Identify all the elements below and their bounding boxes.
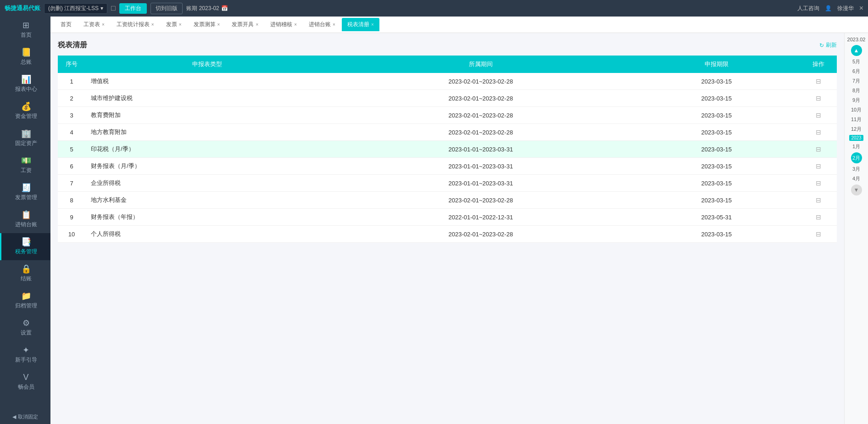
sidebar-item-ledger[interactable]: 📒总账 (0, 44, 50, 71)
timeline-header: 2023.02 (846, 35, 867, 44)
tab-invoice_open[interactable]: 发票开具× (226, 18, 264, 31)
action-icon-0[interactable]: ⊟ (816, 78, 821, 85)
tab-close-invoice_calc[interactable]: × (217, 22, 220, 27)
tab-tax_list[interactable]: 税表清册× (342, 18, 379, 31)
sidebar-label: 新手引导 (15, 356, 37, 364)
timeline-month[interactable]: 11月 (851, 115, 862, 124)
sidebar-label: 总账 (21, 58, 32, 66)
timeline-month[interactable]: 7月 (851, 76, 862, 86)
main-layout: ⊞首页📒总账📊报表中心💰资金管理🏢固定资产💵工资🧾发票管理📋进销台账📑税务管理🔒… (0, 17, 868, 424)
sidebar: ⊞首页📒总账📊报表中心💰资金管理🏢固定资产💵工资🧾发票管理📋进销台账📑税务管理🔒… (0, 17, 50, 424)
action-icon-1[interactable]: ⊟ (816, 95, 821, 102)
tab-close-purchase_check[interactable]: × (294, 22, 297, 27)
table-row: 6 财务报表（月/季） 2023-01-01~2023-03-31 2023-0… (58, 158, 837, 175)
tab-close-invoice_open[interactable]: × (256, 22, 258, 27)
tab-close-tax_list[interactable]: × (371, 22, 374, 27)
timeline-month[interactable]: 5月 (851, 57, 862, 67)
tab-home[interactable]: 首页 (55, 18, 77, 31)
sidebar-item-vip[interactable]: V畅会员 (0, 368, 50, 396)
tab-close-invoice[interactable]: × (179, 22, 182, 27)
cancel-pin-button[interactable]: ◀ 取消固定 (0, 410, 50, 424)
table-row: 10 个人所得税 2023-02-01~2023-02-28 2023-03-1… (58, 226, 837, 243)
table-row: 3 教育费附加 2023-02-01~2023-02-28 2023-03-15… (58, 107, 837, 124)
timeline-month[interactable]: 3月 (851, 164, 862, 174)
switch-version-button[interactable]: 切到旧版 (150, 3, 183, 14)
tab-salary_table[interactable]: 工资表× (78, 18, 110, 31)
table-row: 7 企业所得税 2023-01-01~2023-03-31 2023-03-15… (58, 175, 837, 192)
timeline-month[interactable]: 9月 (851, 95, 862, 105)
sidebar-item-fund[interactable]: 💰资金管理 (0, 98, 50, 125)
sidebar-item-home[interactable]: ⊞首页 (0, 17, 50, 44)
tab-close-salary_report[interactable]: × (151, 22, 154, 27)
workspace-button[interactable]: 工作台 (119, 3, 147, 14)
sidebar-label: 发票管理 (15, 194, 37, 201)
sidebar-item-report[interactable]: 📊报表中心 (0, 71, 50, 98)
action-icon-3[interactable]: ⊟ (816, 128, 821, 136)
tab-salary_report[interactable]: 工资统计报表× (111, 18, 160, 31)
table-row: 8 地方水利基金 2023-02-01~2023-02-28 2023-03-1… (58, 192, 837, 209)
tab-close-salary_table[interactable]: × (102, 22, 105, 27)
sidebar-item-assets[interactable]: 🏢固定资产 (0, 125, 50, 152)
page-main: 税表清册 ↻ 刷新 序号申报表类型所属期间申报期限操作 1 增值税 2023-0… (50, 33, 844, 424)
top-bar-right: 人工咨询 👤 徐漫华 × (797, 4, 863, 12)
sidebar-label: 进销台账 (15, 221, 37, 229)
sidebar-item-purchase[interactable]: 📋进销台账 (0, 206, 50, 233)
table-col-所属期间: 所属期间 (328, 56, 633, 73)
user-avatar: 👤 (825, 5, 832, 11)
help-button[interactable]: 人工咨询 (797, 5, 819, 12)
content-area: 首页工资表×工资统计报表×发票×发票测算×发票开具×进销稽核×进销台账×税表清册… (50, 17, 868, 424)
action-icon-8[interactable]: ⊟ (816, 213, 821, 221)
sidebar-item-salary[interactable]: 💵工资 (0, 152, 50, 179)
timeline-panel: 2023.02 ▲ 5月6月7月8月9月10月11月12月 2023 1月2月3… (844, 33, 868, 424)
action-icon-4[interactable]: ⊟ (816, 145, 821, 153)
table-col-操作: 操作 (800, 56, 837, 73)
sidebar-label: 设置 (21, 329, 32, 337)
tab-bar: 首页工资表×工资统计报表×发票×发票测算×发票开具×进销稽核×进销台账×税表清册… (50, 17, 868, 33)
table-col-申报期限: 申报期限 (633, 56, 800, 73)
sidebar-item-settings[interactable]: ⚙设置 (0, 314, 50, 341)
sidebar-label: 税务管理 (15, 248, 37, 256)
sidebar-label: 畅会员 (18, 383, 34, 391)
sidebar-item-close[interactable]: 🔒结账 (0, 260, 50, 287)
sidebar-item-tax[interactable]: 📑税务管理 (0, 233, 50, 260)
action-icon-6[interactable]: ⊟ (816, 179, 821, 187)
timeline-month[interactable]: 1月 (851, 142, 862, 151)
page-content: 税表清册 ↻ 刷新 序号申报表类型所属期间申报期限操作 1 增值税 2023-0… (50, 33, 868, 424)
timeline-year-badge: 2023 (849, 135, 863, 141)
timeline-month[interactable]: 8月 (851, 86, 862, 95)
tab-invoice[interactable]: 发票× (161, 18, 187, 31)
table-row: 1 增值税 2023-02-01~2023-02-28 2023-03-15 ⊟ (58, 73, 837, 90)
sidebar-label: 报表中心 (15, 85, 37, 93)
tab-purchase_check[interactable]: 进销稽核× (265, 18, 302, 31)
tab-close-purchase_ledger[interactable]: × (333, 22, 335, 27)
top-close-button[interactable]: × (859, 4, 863, 12)
tab-purchase_ledger[interactable]: 进销台账× (303, 18, 341, 31)
table-row: 5 印花税（月/季） 2023-01-01~2023-03-31 2023-03… (58, 141, 837, 158)
sidebar-label: 工资 (21, 167, 32, 174)
action-icon-5[interactable]: ⊟ (816, 162, 821, 170)
timeline-month[interactable]: 4月 (851, 174, 862, 184)
action-icon-2[interactable]: ⊟ (816, 112, 821, 119)
page-title: 税表清册 (58, 40, 87, 50)
company-selector[interactable]: (勿删) 江西报宝-LSS ▾ (44, 3, 107, 14)
timeline-up-button[interactable]: ▲ (851, 45, 862, 56)
sidebar-label: 资金管理 (15, 112, 37, 120)
timeline-down-button[interactable]: ▼ (851, 184, 862, 195)
table-col-序号: 序号 (58, 56, 85, 73)
timeline-active-month[interactable]: 2月 (851, 152, 862, 163)
refresh-button[interactable]: ↻ 刷新 (819, 41, 837, 49)
action-icon-7[interactable]: ⊟ (816, 196, 821, 204)
timeline-month[interactable]: 12月 (851, 124, 862, 134)
timeline-month[interactable]: 10月 (851, 105, 862, 115)
action-icon-9[interactable]: ⊟ (816, 230, 821, 238)
sidebar-item-archive[interactable]: 📁归档管理 (0, 287, 50, 314)
sidebar-label: 归档管理 (15, 302, 37, 310)
sidebar-item-invoice[interactable]: 🧾发票管理 (0, 179, 50, 206)
sidebar-label: 固定资产 (15, 139, 37, 147)
timeline-month[interactable]: 6月 (851, 67, 862, 76)
tab-invoice_calc[interactable]: 发票测算× (188, 18, 226, 31)
user-name[interactable]: 徐漫华 (837, 5, 854, 12)
table-row: 4 地方教育附加 2023-02-01~2023-02-28 2023-03-1… (58, 124, 837, 141)
sidebar-item-guide[interactable]: ✦新手引导 (0, 341, 50, 368)
table-col-申报表类型: 申报表类型 (85, 56, 328, 73)
